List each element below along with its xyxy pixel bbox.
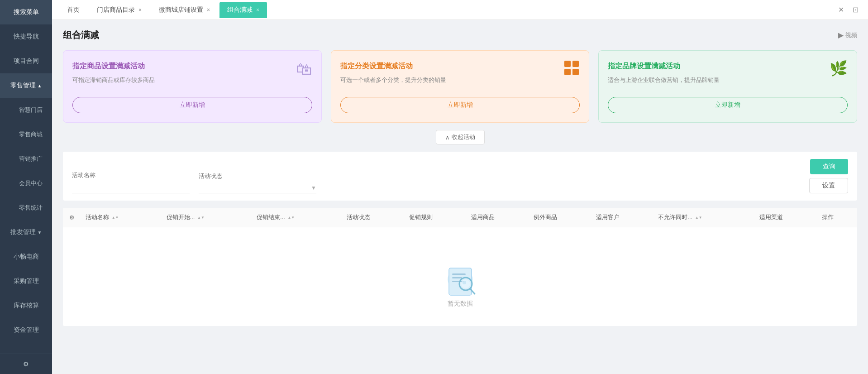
- sort-arrows-promo-end[interactable]: ▲▼: [287, 216, 295, 220]
- sort-arrows-no-concurrent[interactable]: ▲▼: [695, 216, 702, 220]
- col-applicable-customer: 适用客户: [591, 208, 654, 227]
- tab-combo-discount-close[interactable]: ×: [256, 7, 259, 13]
- tab-home-label: 首页: [67, 6, 80, 14]
- sidebar-item-label: 智慧门店: [19, 106, 43, 114]
- sidebar-item-search[interactable]: 搜索菜单: [0, 0, 52, 24]
- product-card-desc: 可指定滞销商品或库存较多商品: [72, 76, 312, 90]
- activity-status-select[interactable]: ▼: [199, 183, 316, 193]
- brand-card-icon: 🌿: [830, 60, 848, 77]
- empty-state: 暂无数据: [63, 227, 857, 326]
- svg-rect-2: [564, 69, 571, 75]
- activity-status-field: 活动状态 ▼: [199, 172, 316, 193]
- sidebar-item-label: 资金管理: [14, 326, 39, 334]
- sidebar-item-retail-mall[interactable]: 零售商城: [0, 122, 52, 147]
- product-card-btn[interactable]: 立即新增: [72, 97, 312, 113]
- video-link[interactable]: ▶ 视频: [838, 31, 857, 39]
- sidebar-item-inventory[interactable]: 库存核算: [0, 293, 52, 318]
- page-content: 组合满减 ▶ 视频 指定商品设置满减活动 可指定滞销商品或库存较多商品 🛍 立即…: [52, 20, 868, 374]
- tab-micro-store-close[interactable]: ×: [207, 7, 210, 13]
- sidebar-item-retail-stats[interactable]: 零售统计: [0, 196, 52, 220]
- search-actions: 查询 设置: [809, 159, 848, 193]
- activity-name-input[interactable]: [72, 182, 190, 193]
- brand-card-desc: 适合与上游企业联合做营销，提升品牌销量: [608, 76, 848, 90]
- svg-point-12: [463, 281, 466, 284]
- sidebar-item-label: 零售商城: [19, 130, 43, 139]
- sidebar-item-label: 小畅电商: [14, 253, 39, 261]
- col-applicable-goods: 适用商品: [467, 208, 529, 227]
- window-controls: ✕ ⊡: [835, 5, 861, 15]
- settings-icon[interactable]: ⚙: [0, 354, 52, 374]
- col-status: 活动状态: [342, 208, 405, 227]
- video-link-label: 视频: [845, 31, 857, 39]
- sidebar: 搜索菜单 快捷导航 项目合同 零售管理 ▲ 智慧门店 零售商城 营销推广 会员中…: [0, 0, 52, 374]
- tab-store-catalog-label: 门店商品目录: [97, 6, 135, 14]
- collapse-row: ∧ 收起活动: [63, 130, 857, 144]
- data-table: ⚙ 活动名称 ▲▼ 促销开始... ▲▼ 促销结束... ▲▼: [63, 208, 857, 326]
- sidebar-item-quick-nav[interactable]: 快捷导航: [0, 24, 52, 49]
- table-head: ⚙ 活动名称 ▲▼ 促销开始... ▲▼ 促销结束... ▲▼: [63, 208, 857, 227]
- activity-status-label: 活动状态: [199, 172, 316, 180]
- sidebar-item-member[interactable]: 会员中心: [0, 171, 52, 196]
- sidebar-item-label: 批发管理: [10, 228, 36, 236]
- maximize-button[interactable]: ⊡: [850, 5, 861, 15]
- tab-combo-discount-label: 组合满减: [227, 6, 253, 14]
- table-header-row: ⚙ 活动名称 ▲▼ 促销开始... ▲▼ 促销结束... ▲▼: [63, 208, 857, 227]
- sidebar-item-label: 会员中心: [19, 179, 43, 187]
- search-bar: 活动名称 活动状态 ▼ 查询 设置: [63, 152, 857, 201]
- empty-illustration: [433, 254, 487, 300]
- chevron-up-icon: ∧: [445, 134, 450, 141]
- tab-store-catalog-close[interactable]: ×: [138, 7, 142, 13]
- collapse-label: 收起活动: [452, 133, 475, 141]
- cards-row: 指定商品设置满减活动 可指定滞销商品或库存较多商品 🛍 立即新增 指定分类设置满…: [63, 50, 857, 123]
- tab-store-catalog[interactable]: 门店商品目录 ×: [89, 2, 149, 18]
- sidebar-item-project[interactable]: 项目合同: [0, 49, 52, 73]
- sidebar-item-marketing[interactable]: 营销推广: [0, 147, 52, 171]
- col-promo-end: 促销结束... ▲▼: [252, 208, 342, 227]
- table-empty-row: 暂无数据: [63, 227, 857, 326]
- category-card-icon: [563, 60, 580, 80]
- svg-point-10: [461, 279, 470, 288]
- query-button[interactable]: 查询: [810, 159, 848, 174]
- col-applicable-channel: 适用渠道: [755, 208, 817, 227]
- tab-micro-store[interactable]: 微商城店铺设置 ×: [151, 2, 218, 18]
- brand-card-btn[interactable]: 立即新增: [608, 97, 848, 113]
- sidebar-item-smart-store[interactable]: 智慧门店: [0, 98, 52, 122]
- col-settings[interactable]: ⚙: [63, 208, 81, 227]
- page-title: 组合满减: [63, 29, 99, 41]
- sidebar-item-wholesale[interactable]: 批发管理 ▼: [0, 220, 52, 245]
- category-card-title: 指定分类设置满减活动: [340, 62, 580, 71]
- setting-button[interactable]: 设置: [809, 178, 848, 193]
- sort-arrows-name[interactable]: ▲▼: [112, 216, 119, 220]
- sidebar-item-label: 搜索菜单: [14, 8, 39, 16]
- col-promo-rule: 促销规则: [405, 208, 467, 227]
- col-no-concurrent: 不允许同时... ▲▼: [653, 208, 755, 227]
- sidebar-item-xiochang[interactable]: 小畅电商: [0, 245, 52, 269]
- sidebar-item-label: 零售管理: [10, 82, 36, 90]
- chevron-down-icon: ▼: [38, 230, 42, 235]
- sort-arrows-promo-start[interactable]: ▲▼: [197, 216, 205, 220]
- brand-card: 指定品牌设置满减活动 适合与上游企业联合做营销，提升品牌销量 🌿 立即新增: [598, 50, 857, 123]
- category-card-btn[interactable]: 立即新增: [340, 97, 580, 113]
- category-card-desc: 可选一个或者多个分类，提升分类的销量: [340, 76, 580, 90]
- sidebar-item-finance[interactable]: 资金管理: [0, 318, 52, 342]
- tab-micro-store-label: 微商城店铺设置: [159, 6, 203, 14]
- svg-rect-7: [452, 277, 462, 278]
- tab-home[interactable]: 首页: [59, 2, 87, 18]
- product-card-icon: 🛍: [296, 60, 312, 79]
- close-button[interactable]: ✕: [835, 5, 846, 15]
- sidebar-item-purchase[interactable]: 采购管理: [0, 269, 52, 293]
- page-header: 组合满减 ▶ 视频: [63, 29, 857, 41]
- sidebar-item-label: 营销推广: [19, 155, 43, 163]
- product-card-title: 指定商品设置满减活动: [72, 62, 312, 71]
- sidebar-item-label: 采购管理: [14, 277, 39, 285]
- tab-combo-discount[interactable]: 组合满减 ×: [219, 2, 267, 18]
- svg-rect-0: [564, 61, 571, 67]
- gear-icon: ⚙: [69, 214, 75, 221]
- empty-text: 暂无数据: [448, 300, 473, 308]
- product-card: 指定商品设置满减活动 可指定滞销商品或库存较多商品 🛍 立即新增: [63, 50, 322, 123]
- sidebar-item-label: 库存核算: [14, 302, 39, 310]
- collapse-button[interactable]: ∧ 收起活动: [436, 130, 485, 144]
- sidebar-item-retail[interactable]: 零售管理 ▲: [0, 73, 52, 98]
- sidebar-item-label: 零售统计: [19, 204, 43, 212]
- chevron-down-icon: ▼: [311, 185, 316, 191]
